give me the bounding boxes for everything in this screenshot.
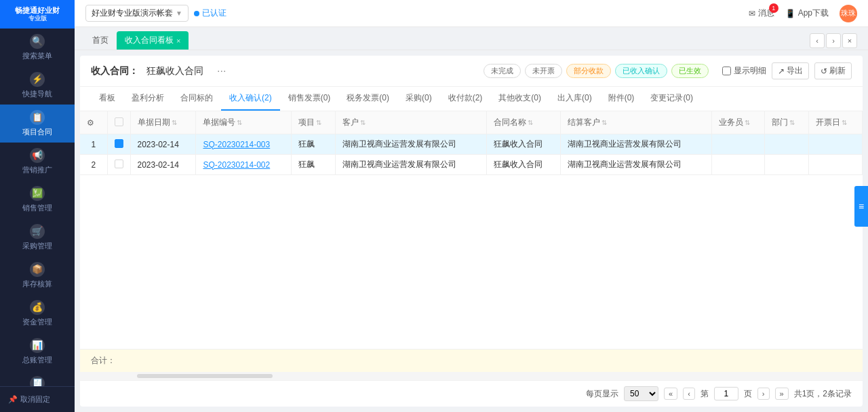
sidebar-item-inventory[interactable]: 📦 库存核算 <box>0 257 75 295</box>
page-number-input[interactable] <box>714 387 738 400</box>
tab-tax-invoice[interactable]: 税务发票(0) <box>338 87 397 111</box>
marketing-icon: 📢 <box>30 148 45 163</box>
tab-profit[interactable]: 盈利分析 <box>123 87 172 111</box>
main-content: 好业财专业版演示帐套 ▼ 已认证 ✉ 消息 1 📱 App下载 珠珠 首页 <box>75 0 868 412</box>
tab-sales-invoice[interactable]: 销售发票(0) <box>280 87 339 111</box>
sidebar-item-sales-label: 销售管理 <box>22 203 52 213</box>
document-link[interactable]: SQ-20230214-002 <box>203 160 270 170</box>
nav-next-arrow[interactable]: › <box>826 33 841 48</box>
cell-number[interactable]: SQ-20230214-003 <box>196 134 292 155</box>
next-page-button[interactable]: › <box>757 388 770 400</box>
cell-check[interactable] <box>107 155 130 175</box>
document-link[interactable]: SQ-20230214-003 <box>203 140 270 149</box>
tab-kanban[interactable]: 看板 <box>91 87 123 111</box>
scroll-bar-area[interactable] <box>80 372 863 380</box>
tab-attachment[interactable]: 附件(0) <box>600 87 643 111</box>
page-content: 收入合同： 狂飙收入合同 ··· 未完成 未开票 部分收款 已收入确认 已生效 … <box>80 56 863 407</box>
th-invoice-date[interactable]: 开票日⇅ <box>809 111 863 134</box>
tab-revenue-confirm[interactable]: 收入确认(2) <box>221 87 280 111</box>
th-number[interactable]: 单据编号⇅ <box>196 111 292 134</box>
export-label: 导出 <box>787 65 803 77</box>
table-row[interactable]: 1 2023-02-14 SQ-20230214-003 狂飙 湖南卫视商业运营… <box>80 134 863 155</box>
th-date[interactable]: 单据日期⇅ <box>130 111 196 134</box>
sidebar-item-marketing-label: 营销推广 <box>22 165 52 175</box>
sidebar-item-inventory-label: 库存核算 <box>22 279 52 289</box>
sidebar-item-marketing[interactable]: 📢 营销推广 <box>0 143 75 181</box>
tab-warehouse[interactable]: 出入库(0) <box>549 87 600 111</box>
th-config[interactable]: ⚙ <box>80 111 107 134</box>
th-settlement[interactable]: 结算客户⇅ <box>561 111 711 134</box>
page-header: 收入合同： 狂飙收入合同 ··· 未完成 未开票 部分收款 已收入确认 已生效 … <box>80 56 863 87</box>
verified-label: 已认证 <box>202 7 226 19</box>
float-icon: ≡ <box>859 201 863 212</box>
cell-salesman <box>711 134 765 155</box>
company-selector[interactable]: 好业财专业版演示帐套 ▼ <box>85 5 189 22</box>
last-page-button[interactable]: » <box>775 388 789 400</box>
cell-check[interactable] <box>107 134 130 155</box>
app-download-button[interactable]: 📱 App下载 <box>785 7 829 19</box>
more-button[interactable]: ··· <box>217 65 226 77</box>
th-project[interactable]: 项目⇅ <box>292 111 336 134</box>
nav-prev-arrow[interactable]: ‹ <box>810 33 825 48</box>
tab-payment[interactable]: 收付款(2) <box>440 87 491 111</box>
message-button[interactable]: ✉ 消息 1 <box>749 7 774 19</box>
th-contract[interactable]: 合同名称⇅ <box>486 111 560 134</box>
cell-invoice-date <box>809 155 863 175</box>
sidebar-bottom: 📌 取消固定 <box>0 386 75 412</box>
refresh-button[interactable]: ↺ 刷新 <box>814 62 852 79</box>
refresh-icon: ↺ <box>821 67 827 76</box>
row-checkbox[interactable] <box>115 160 123 168</box>
cell-number[interactable]: SQ-20230214-002 <box>196 155 292 175</box>
user-avatar[interactable]: 珠珠 <box>840 5 857 22</box>
select-all-checkbox[interactable] <box>115 117 123 126</box>
th-check[interactable] <box>107 111 130 134</box>
sidebar-item-sales[interactable]: 💹 销售管理 <box>0 181 75 219</box>
sidebar-item-quick[interactable]: ⚡ 快捷导航 <box>0 67 75 105</box>
table-row[interactable]: 2 2023-02-14 SQ-20230214-002 狂飙 湖南卫视商业运营… <box>80 155 863 175</box>
sidebar-item-project[interactable]: 📋 项目合同 <box>0 105 75 143</box>
quick-icon: ⚡ <box>30 72 45 87</box>
cell-contract: 狂飙收入合同 <box>486 155 560 175</box>
th-salesman[interactable]: 业务员⇅ <box>711 111 765 134</box>
prev-page-button[interactable]: ‹ <box>683 388 695 400</box>
show-details-check[interactable]: 显示明细 <box>722 65 766 77</box>
invoice-icon: 🧾 <box>30 376 45 386</box>
page-title: 收入合同： <box>91 65 138 77</box>
sidebar-item-search[interactable]: 🔍 搜索菜单 <box>0 29 75 67</box>
status-incomplete[interactable]: 未完成 <box>484 64 521 78</box>
sidebar-item-fund-label: 资金管理 <box>22 317 52 327</box>
tab-contract-subject[interactable]: 合同标的 <box>172 87 221 111</box>
cell-department <box>765 155 809 175</box>
tab-close-icon[interactable]: × <box>176 37 180 45</box>
status-effective[interactable]: 已生效 <box>671 64 709 78</box>
app-logo: 畅捷通好业财 专业版 <box>0 0 75 29</box>
table-header-row: ⚙ 单据日期⇅ 单据编号⇅ 项目⇅ 客户⇅ 合同名称⇅ 结算客户⇅ 业务员⇅ 部… <box>80 111 863 134</box>
app-name: 畅捷通好业财 <box>5 5 69 15</box>
status-uninvoiced[interactable]: 未开票 <box>525 64 562 78</box>
tab-purchase[interactable]: 采购(0) <box>397 87 440 111</box>
tab-home[interactable]: 首页 <box>85 31 115 50</box>
tab-other-income[interactable]: 其他收支(0) <box>490 87 549 111</box>
per-page-select[interactable]: 50 100 <box>624 386 658 401</box>
th-department[interactable]: 部门⇅ <box>765 111 809 134</box>
right-float-button[interactable]: ≡ <box>854 186 863 227</box>
sidebar-scroll: 🔍 搜索菜单 ⚡ 快捷导航 📋 项目合同 📢 营销推广 💹 销售管理 🛒 采购管… <box>0 29 75 386</box>
cell-department <box>765 134 809 155</box>
status-confirmed[interactable]: 已收入确认 <box>615 64 667 78</box>
purchase-icon: 🛒 <box>30 224 45 239</box>
th-customer[interactable]: 客户⇅ <box>336 111 486 134</box>
nav-close-arrow[interactable]: × <box>842 33 857 48</box>
scroll-thumb[interactable] <box>137 374 273 378</box>
first-page-button[interactable]: « <box>664 388 677 400</box>
row-checkbox[interactable] <box>115 139 123 148</box>
tab-current[interactable]: 收入合同看板 × <box>117 31 189 50</box>
sidebar-item-fund[interactable]: 💰 资金管理 <box>0 295 75 333</box>
status-partial[interactable]: 部分收款 <box>566 64 611 78</box>
sidebar-item-invoice[interactable]: 🧾 发票管理 <box>0 371 75 386</box>
unpin-button[interactable]: 📌 取消固定 <box>4 391 71 408</box>
tab-change-log[interactable]: 变更记录(0) <box>642 87 701 111</box>
sidebar-item-ledger[interactable]: 📊 总账管理 <box>0 333 75 371</box>
show-details-checkbox[interactable] <box>722 67 731 75</box>
sidebar-item-purchase[interactable]: 🛒 采购管理 <box>0 219 75 257</box>
export-button[interactable]: ↗ 导出 <box>772 62 809 79</box>
